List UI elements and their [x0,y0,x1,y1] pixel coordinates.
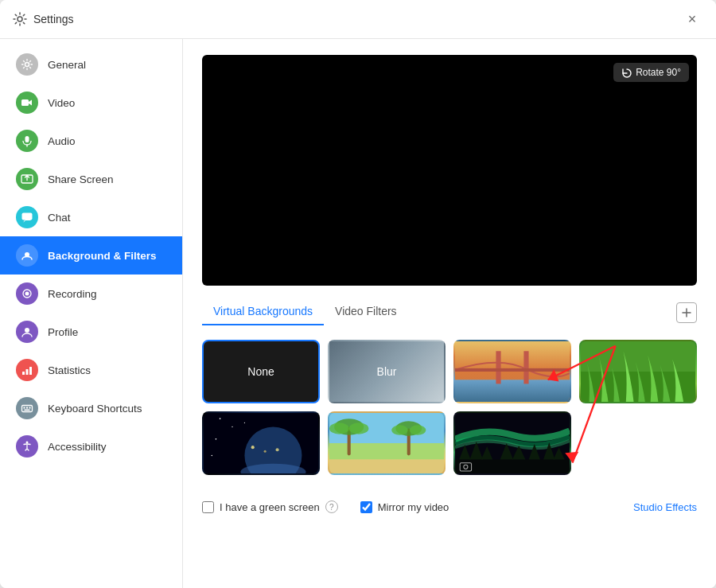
green-screen-help-icon[interactable]: ? [325,500,338,513]
sidebar-item-audio[interactable]: Audio [0,122,182,160]
svg-rect-12 [26,369,29,375]
profile-icon [16,321,38,343]
svg-rect-26 [455,368,570,372]
svg-rect-6 [22,213,33,220]
svg-point-35 [220,418,221,419]
general-label: General [48,59,86,71]
background-bridge[interactable] [453,340,571,403]
statistics-icon [16,359,38,381]
close-button[interactable]: × [681,8,703,30]
profile-label: Profile [48,326,78,338]
aurora-svg [455,413,570,473]
backgrounds-grid: None Blur [202,340,697,475]
svg-rect-24 [496,351,500,384]
svg-point-36 [232,426,232,427]
tab-video-filters[interactable]: Video Filters [324,300,408,325]
content-area: Rotate 90° Virtual Backgrounds Video Fil… [183,39,716,588]
sidebar-item-statistics[interactable]: Statistics [0,351,182,389]
earth-svg [204,413,318,473]
svg-rect-3 [25,136,29,142]
audio-icon [16,130,38,152]
sidebar-item-general[interactable]: General [0,45,182,84]
mirror-video-label: Mirror my video [378,501,449,513]
share-screen-icon [16,168,38,190]
rotate-icon [621,68,632,78]
green-screen-checkbox[interactable] [202,501,214,513]
beach-svg [329,413,444,473]
svg-rect-23 [455,380,570,402]
sidebar-item-profile[interactable]: Profile [0,313,182,351]
rotate-label: Rotate 90° [636,67,681,78]
titlebar: Settings × [0,0,716,39]
grass-svg [581,341,695,402]
background-aurora[interactable] [453,411,571,475]
backgrounds-grid-wrapper: None Blur [202,340,697,475]
mirror-video-group: Mirror my video [360,501,449,513]
svg-point-39 [212,455,212,456]
svg-rect-52 [455,460,570,473]
sidebar-item-keyboard-shortcuts[interactable]: Keyboard Shortcuts [0,389,182,427]
background-grass[interactable] [579,340,697,403]
svg-rect-17 [29,407,31,409]
svg-point-0 [18,17,22,21]
background-earth[interactable] [202,411,320,475]
main-layout: General Video [0,39,716,588]
svg-point-50 [410,425,426,434]
bridge-svg [455,341,570,402]
sidebar-item-share-screen[interactable]: Share Screen [0,160,182,198]
sidebar-item-accessibility[interactable]: Accessibility [0,427,182,465]
recording-label: Recording [48,288,97,300]
background-blur-label: Blur [377,365,397,378]
keyboard-shortcuts-label: Keyboard Shortcuts [48,403,142,415]
window-title: Settings [33,13,74,25]
background-none[interactable]: None [202,340,320,403]
chat-label: Chat [48,212,71,224]
background-filters-icon [16,244,38,267]
svg-point-19 [26,442,29,444]
titlebar-left: Settings [13,12,74,26]
video-preview: Rotate 90° [202,55,697,286]
svg-point-1 [25,63,29,67]
green-screen-group: I have a green screen ? [202,500,338,513]
svg-point-10 [25,328,29,333]
rotate-button[interactable]: Rotate 90° [613,63,689,82]
accessibility-label: Accessibility [48,441,107,453]
accessibility-icon [16,435,38,458]
studio-effects-link[interactable]: Studio Effects [633,501,697,513]
background-blur[interactable]: Blur [328,340,446,403]
recording-icon [16,282,38,305]
tabs-bar: Virtual Backgrounds Video Filters [202,300,697,325]
sidebar-item-background-filters[interactable]: Background & Filters [0,236,182,275]
video-label: Video [48,97,75,109]
svg-point-49 [391,425,408,434]
statistics-label: Statistics [48,364,91,376]
audio-label: Audio [48,135,76,147]
background-beach[interactable] [328,411,446,475]
svg-rect-41 [329,443,444,460]
tab-virtual-backgrounds[interactable]: Virtual Backgrounds [202,300,324,325]
svg-point-45 [329,423,349,434]
svg-point-34 [276,448,279,451]
sidebar-item-recording[interactable]: Recording [0,275,182,313]
sidebar: General Video [0,39,183,588]
svg-point-38 [244,423,245,423]
svg-rect-2 [21,99,29,106]
svg-rect-13 [29,367,32,375]
svg-rect-16 [26,407,28,409]
settings-title-icon [13,12,27,26]
background-filters-label: Background & Filters [48,250,157,262]
settings-window: Settings × General [0,0,716,588]
keyboard-shortcuts-icon [16,397,38,419]
general-icon [16,53,38,76]
background-none-label: None [247,365,274,378]
add-background-button[interactable] [676,302,697,323]
sidebar-item-video[interactable]: Video [0,84,182,122]
svg-point-33 [264,450,267,453]
svg-point-37 [216,438,217,440]
chat-icon [16,206,38,228]
mirror-video-checkbox[interactable] [360,501,372,513]
svg-point-32 [251,446,255,449]
svg-rect-42 [329,460,444,473]
bottom-bar: I have a green screen ? Mirror my video … [202,489,697,520]
sidebar-item-chat[interactable]: Chat [0,198,182,236]
